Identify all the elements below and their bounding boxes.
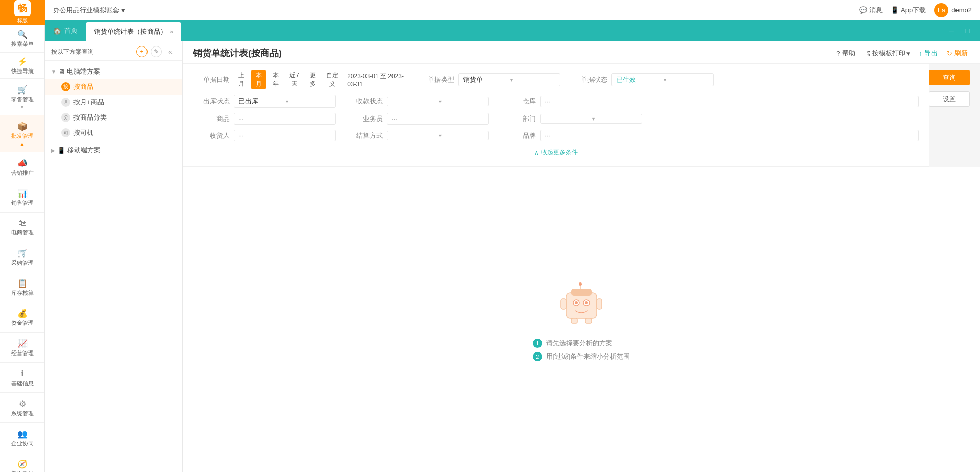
tree-parent-pc[interactable]: ▼ 🖥 电脑端方案 (45, 64, 182, 79)
right-section: 销货单统计表(按商品) ? 帮助 🖨 按模板打印 ▾ ↑ 导出 (183, 41, 980, 472)
sidebar-item-inventory[interactable]: 📋 库存核算 (0, 272, 44, 302)
avatar: Ea (934, 3, 948, 17)
svg-rect-0 (566, 293, 597, 318)
tree-child-by-month-goods[interactable]: 月 按月+商品 (45, 95, 182, 110)
receiver-ellipsis: ··· (238, 132, 244, 139)
sidebar-item-wholesale[interactable]: 📦 批发管理 ▲ (0, 115, 44, 152)
app-download-button[interactable]: 📱 App下载 (891, 6, 926, 15)
collapse-bar[interactable]: ∧ 收起更多条件 (193, 145, 919, 160)
doc-type-value: 销货单 (463, 75, 508, 84)
tab-close-icon[interactable]: × (170, 29, 173, 35)
tree-child-by-goods[interactable]: 按 按商品 (45, 79, 182, 95)
tree-expand-icon: ▼ (51, 69, 56, 75)
add-scheme-button[interactable]: + (136, 46, 148, 57)
app-download-label: App下载 (901, 6, 926, 15)
filter-row-2: 出库状态 已出库 ▾ 收款状态 ▾ 仓库 (193, 95, 919, 108)
svg-rect-1 (571, 289, 592, 296)
out-status-select[interactable]: 已出库 ▾ (234, 95, 336, 108)
sidebar-item-enterprise[interactable]: 👥 企业协同 (0, 423, 44, 453)
tab-maximize-button[interactable]: □ (962, 25, 974, 37)
empty-area: 1 请先选择要分析的方案 2 用[过滤]条件来缩小分析范围 (183, 167, 980, 472)
sidebar-item-basic[interactable]: ℹ 基础信息 (0, 363, 44, 393)
sidebar-item-sales[interactable]: 📊 销售管理 (0, 182, 44, 213)
left-panel: 按以下方案查询 + ✎ « ▼ 🖥 电脑端方案 按 按商品 (45, 41, 183, 472)
sidebar-logo: 畅 标版 (0, 0, 45, 25)
logo-text: 标版 (17, 17, 28, 25)
query-button[interactable]: 查询 (929, 70, 970, 85)
export-label: 导出 (924, 49, 938, 58)
empty-tip-1: 1 请先选择要分析的方案 (533, 339, 629, 348)
goods-input[interactable]: ··· (234, 113, 336, 125)
message-button[interactable]: 💬 消息 (859, 6, 883, 15)
tree-parent-mobile[interactable]: ▶ 📱 移动端方案 (45, 143, 182, 158)
department-select[interactable]: ▾ (540, 114, 642, 124)
sidebar-item-newbie[interactable]: 🧭 新手引导 (0, 453, 44, 472)
salesman-label: 业务员 (346, 114, 387, 124)
doc-status-select[interactable]: 已生效 ▾ (611, 73, 714, 86)
filter-area: 单据日期 上月 本月 本年 近7天 更多 自定义 20 (183, 64, 929, 167)
date-btn-this-month[interactable]: 本月 (251, 70, 266, 89)
brand-label: 品牌 (499, 131, 540, 140)
date-filter: 上月 本月 本年 近7天 更多 自定义 2023-03-01 至 2023-03… (234, 70, 407, 89)
salesman-ellipsis: ··· (391, 115, 397, 123)
date-btn-more[interactable]: 更多 (305, 70, 321, 89)
empty-tips: 1 请先选择要分析的方案 2 用[过滤]条件来缩小分析范围 (533, 339, 629, 361)
goods-label: 商品 (193, 114, 234, 124)
content-area: 按以下方案查询 + ✎ « ▼ 🖥 电脑端方案 按 按商品 (45, 41, 980, 472)
date-btn-custom[interactable]: 自定义 (323, 70, 342, 89)
tab-home-label: 首页 (64, 26, 78, 35)
sidebar-quicknav[interactable]: ⚡ 快捷导航 (0, 53, 44, 79)
receiver-label: 收货人 (193, 131, 234, 140)
doc-status-value: 已生效 (616, 75, 662, 84)
doc-status-arrow: ▾ (664, 77, 709, 83)
user-name: demo2 (951, 6, 972, 14)
sidebar-item-finance[interactable]: 💰 资金管理 (0, 302, 44, 333)
sidebar-item-marketing[interactable]: 📣 营销推广 (0, 152, 44, 182)
date-btn-this-year[interactable]: 本年 (268, 70, 283, 89)
department-label: 部门 (499, 114, 540, 124)
tab-sales-stats[interactable]: 销货单统计表（按商品） × (86, 22, 181, 41)
collection-status-select[interactable]: ▾ (387, 97, 489, 106)
brand-input[interactable]: ··· (540, 130, 919, 141)
export-button[interactable]: ↑ 导出 (917, 48, 940, 59)
query-side: 查询 设置 (929, 64, 980, 167)
sidebar-item-retail[interactable]: 🛒 零售管理 ▼ (0, 79, 44, 115)
template-print-button[interactable]: 🖨 按模板打印 ▾ (863, 48, 912, 59)
help-button[interactable]: ? 帮助 (834, 48, 857, 59)
warehouse-input[interactable]: ··· (540, 96, 919, 107)
sidebar-item-operations[interactable]: 📈 经营管理 (0, 333, 44, 363)
tree-child-by-category[interactable]: 分 按商品分类 (45, 110, 182, 125)
industry-dropdown[interactable]: 办公用品行业模拟账套 ▾ (53, 6, 125, 15)
refresh-button[interactable]: ↻ 刷新 (945, 48, 970, 59)
settings-button[interactable]: 设置 (929, 91, 970, 107)
tree-child-by-driver[interactable]: 司 按司机 (45, 125, 182, 140)
sidebar-item-ecommerce[interactable]: 🛍 电商管理 (0, 213, 44, 242)
refresh-icon: ↻ (947, 50, 952, 57)
tab-minimize-button[interactable]: ─ (945, 25, 958, 37)
salesman-input[interactable]: ··· (387, 113, 489, 125)
receiver-input[interactable]: ··· (234, 130, 336, 141)
tree-parent-mobile-label: 移动端方案 (67, 146, 101, 155)
date-btn-7days[interactable]: 近7天 (285, 70, 303, 89)
filter-row-3: 商品 ··· 业务员 ··· 部门 ▾ (193, 113, 919, 125)
user-info[interactable]: Ea demo2 (934, 3, 972, 17)
collection-status-arrow: ▾ (439, 99, 484, 104)
warehouse-label: 仓库 (499, 97, 540, 106)
edit-scheme-button[interactable]: ✎ (151, 46, 162, 57)
tab-bar-right: ─ □ (945, 25, 980, 37)
settlement-select[interactable]: ▾ (387, 131, 489, 140)
by-month-goods-label: 按月+商品 (74, 98, 104, 107)
by-goods-icon: 按 (61, 82, 70, 91)
sidebar-item-purchase[interactable]: 🛒 采购管理 (0, 242, 44, 272)
tip-num-1: 1 (533, 339, 542, 348)
date-btn-last-month[interactable]: 上月 (234, 70, 249, 89)
sidebar-item-system[interactable]: ⚙ 系统管理 (0, 393, 44, 423)
tab-home[interactable]: 🏠 首页 (45, 20, 86, 41)
template-print-arrow: ▾ (906, 50, 910, 57)
sidebar: 畅 标版 🔍 搜索菜单 ⚡ 快捷导航 🛒 零售管理 ▼ 📦 批发管理 ▲ 📣 营… (0, 0, 45, 472)
sidebar-search[interactable]: 🔍 搜索菜单 (0, 25, 44, 53)
collapse-panel-button[interactable]: « (165, 46, 176, 57)
doc-type-select[interactable]: 销货单 ▾ (458, 73, 560, 86)
filter-row-1: 单据日期 上月 本月 本年 近7天 更多 自定义 20 (193, 70, 919, 89)
doc-type-arrow: ▾ (510, 77, 556, 83)
